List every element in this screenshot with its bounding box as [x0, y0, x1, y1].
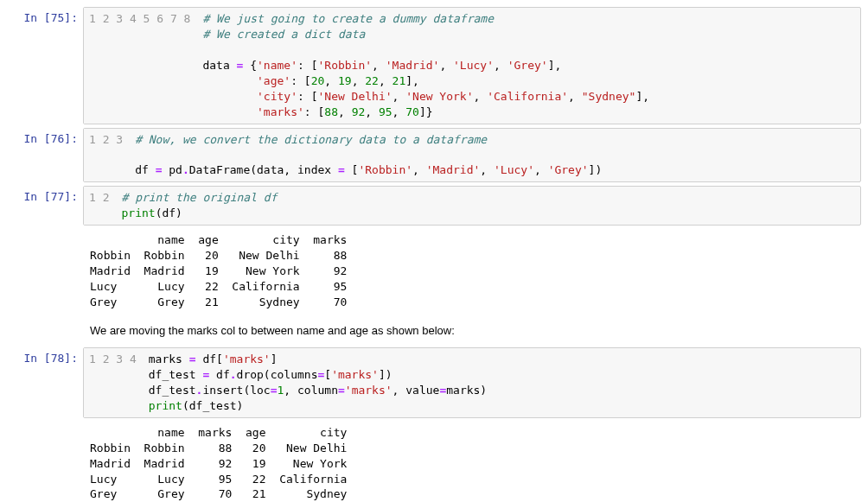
markdown-rendered[interactable]: We are moving the marks col to between n…	[83, 317, 861, 344]
code-editor[interactable]: # We just going to create a dummy datafr…	[195, 8, 860, 124]
line-number-gutter: 1 2 3 4 5 6 7 8	[84, 8, 195, 124]
output-prompt	[7, 422, 83, 502]
code-input-area[interactable]: 1 2 3 # Now, we convert the dictionary d…	[83, 128, 861, 183]
code-editor[interactable]: marks = df['marks'] df_test = df.drop(co…	[142, 348, 860, 417]
code-editor[interactable]: # Now, we convert the dictionary data to…	[128, 129, 860, 182]
code-input-area[interactable]: 1 2 3 4 marks = df['marks'] df_test = df…	[83, 347, 861, 418]
input-prompt: In [76]:	[7, 128, 83, 183]
output-cell: name marks age city Robbin Robbin 88 20 …	[7, 422, 861, 502]
output-prompt	[7, 229, 83, 314]
code-editor[interactable]: # print the original df print(df)	[114, 187, 860, 225]
code-cell: In [78]: 1 2 3 4 marks = df['marks'] df_…	[7, 347, 861, 418]
output-cell: name age city marks Robbin Robbin 20 New…	[7, 229, 861, 314]
code-input-area[interactable]: 1 2 3 4 5 6 7 8 # We just going to creat…	[83, 7, 861, 124]
code-cell: In [77]: 1 2 # print the original df pri…	[7, 186, 861, 226]
stdout-output: name marks age city Robbin Robbin 88 20 …	[83, 422, 861, 502]
input-prompt: In [75]:	[7, 7, 83, 124]
input-prompt: In [77]:	[7, 186, 83, 226]
code-input-area[interactable]: 1 2 # print the original df print(df)	[83, 186, 861, 226]
line-number-gutter: 1 2 3	[84, 129, 128, 182]
code-cell: In [75]: 1 2 3 4 5 6 7 8 # We just going…	[7, 7, 861, 124]
code-cell: In [76]: 1 2 3 # Now, we convert the dic…	[7, 128, 861, 183]
markdown-cell: We are moving the marks col to between n…	[7, 317, 861, 344]
line-number-gutter: 1 2 3 4	[84, 348, 142, 417]
stdout-output: name age city marks Robbin Robbin 20 New…	[83, 229, 861, 314]
line-number-gutter: 1 2	[84, 187, 114, 225]
empty-prompt	[7, 317, 83, 344]
input-prompt: In [78]:	[7, 347, 83, 418]
